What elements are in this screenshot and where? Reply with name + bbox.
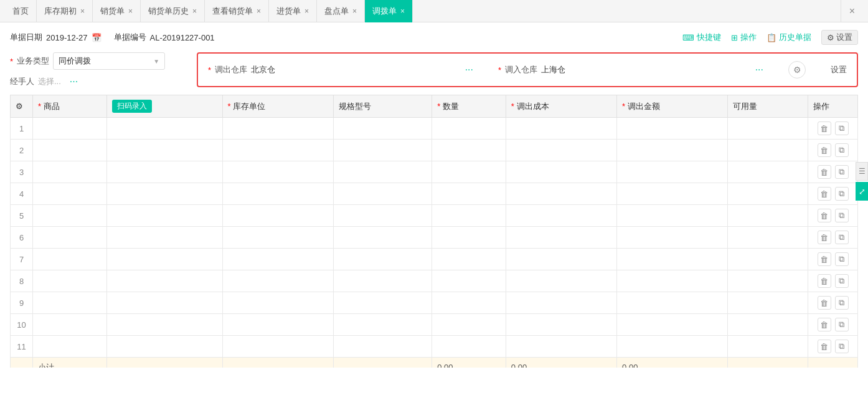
row-cell-3[interactable] — [333, 227, 432, 249]
row-cell-7[interactable] — [728, 205, 808, 227]
out-wh-more-btn[interactable]: ··· — [465, 65, 473, 75]
tab-transfer[interactable]: 调拨单 × — [365, 0, 413, 22]
row-cell-6[interactable] — [617, 140, 728, 161]
row-cell-2[interactable] — [222, 205, 333, 227]
row-cell-3[interactable] — [333, 292, 432, 314]
copy-icon[interactable]: ⧉ — [835, 296, 849, 310]
date-value[interactable]: 2019-12-27 — [46, 33, 88, 42]
delete-icon[interactable]: 🗑 — [818, 296, 831, 310]
delete-icon[interactable]: 🗑 — [818, 143, 831, 157]
tab-inventory-check[interactable]: 盘点单 × — [317, 0, 365, 22]
row-cell-6[interactable] — [617, 314, 728, 336]
row-cell-2[interactable] — [222, 227, 333, 249]
in-wh-value[interactable]: 上海仓 — [541, 64, 752, 75]
row-cell-7[interactable] — [728, 161, 808, 183]
copy-icon[interactable]: ⧉ — [835, 252, 849, 266]
history-btn[interactable]: 📋 历史单据 — [767, 32, 811, 43]
copy-icon[interactable]: ⧉ — [835, 143, 849, 157]
row-cell-2[interactable] — [222, 249, 333, 270]
row-cell-5[interactable] — [506, 336, 616, 358]
row-cell-7[interactable] — [728, 336, 808, 358]
row-cell-0[interactable] — [33, 314, 107, 336]
row-cell-3[interactable] — [333, 183, 432, 205]
delete-icon[interactable]: 🗑 — [818, 340, 831, 353]
copy-icon[interactable]: ⧉ — [835, 165, 849, 179]
row-cell-0[interactable] — [33, 205, 107, 227]
row-cell-3[interactable] — [333, 270, 432, 292]
tab-view-sales[interactable]: 查看销货单 × — [205, 0, 269, 22]
row-cell-7[interactable] — [728, 292, 808, 314]
row-cell-5[interactable] — [506, 183, 616, 205]
row-cell-4[interactable] — [432, 140, 506, 161]
row-cell-4[interactable] — [432, 118, 506, 140]
row-cell-4[interactable] — [432, 161, 506, 183]
row-cell-1[interactable] — [106, 183, 222, 205]
row-cell-4[interactable] — [432, 205, 506, 227]
operations-btn[interactable]: ⊞ 操作 — [731, 32, 757, 43]
row-cell-1[interactable] — [106, 292, 222, 314]
row-cell-7[interactable] — [728, 140, 808, 161]
row-cell-6[interactable] — [617, 292, 728, 314]
tab-sales-history-close[interactable]: × — [192, 7, 197, 16]
row-cell-2[interactable] — [222, 270, 333, 292]
row-cell-6[interactable] — [617, 161, 728, 183]
side-doc-icon[interactable]: ☰ — [856, 162, 868, 181]
tab-transfer-close[interactable]: × — [400, 7, 405, 16]
delete-icon[interactable]: 🗑 — [818, 318, 831, 331]
row-cell-1[interactable] — [106, 118, 222, 140]
row-cell-1[interactable] — [106, 270, 222, 292]
tab-inventory-init[interactable]: 库存期初 × — [37, 0, 93, 22]
row-cell-4[interactable] — [432, 292, 506, 314]
row-cell-7[interactable] — [728, 314, 808, 336]
row-cell-6[interactable] — [617, 183, 728, 205]
row-cell-0[interactable] — [33, 336, 107, 358]
row-cell-0[interactable] — [33, 140, 107, 161]
row-cell-7[interactable] — [728, 270, 808, 292]
delete-icon[interactable]: 🗑 — [818, 274, 831, 288]
row-cell-6[interactable] — [617, 227, 728, 249]
copy-icon[interactable]: ⧉ — [835, 121, 849, 135]
copy-icon[interactable]: ⧉ — [835, 318, 849, 331]
row-cell-5[interactable] — [506, 118, 616, 140]
row-cell-4[interactable] — [432, 270, 506, 292]
row-cell-5[interactable] — [506, 227, 616, 249]
row-cell-1[interactable] — [106, 336, 222, 358]
copy-icon[interactable]: ⧉ — [835, 231, 849, 244]
settings-button[interactable]: ⚙ 设置 — [821, 30, 858, 45]
row-cell-4[interactable] — [432, 183, 506, 205]
row-cell-0[interactable] — [33, 270, 107, 292]
row-cell-2[interactable] — [222, 183, 333, 205]
row-cell-2[interactable] — [222, 336, 333, 358]
row-cell-6[interactable] — [617, 118, 728, 140]
row-cell-6[interactable] — [617, 249, 728, 270]
row-cell-5[interactable] — [506, 270, 616, 292]
warehouse-settings-btn[interactable]: ⚙ — [788, 61, 806, 79]
tab-inventory-init-close[interactable]: × — [80, 7, 85, 16]
row-cell-3[interactable] — [333, 249, 432, 270]
in-wh-more-btn[interactable]: ··· — [755, 65, 763, 75]
delete-icon[interactable]: 🗑 — [818, 231, 831, 244]
out-wh-value[interactable]: 北京仓 — [251, 64, 461, 75]
row-cell-4[interactable] — [432, 314, 506, 336]
tab-purchase[interactable]: 进货单 × — [269, 0, 317, 22]
row-cell-1[interactable] — [106, 140, 222, 161]
delete-icon[interactable]: 🗑 — [818, 187, 831, 201]
window-close-button[interactable]: × — [841, 0, 863, 22]
row-cell-2[interactable] — [222, 292, 333, 314]
row-cell-1[interactable] — [106, 249, 222, 270]
row-cell-5[interactable] — [506, 161, 616, 183]
row-cell-6[interactable] — [617, 336, 728, 358]
copy-icon[interactable]: ⧉ — [835, 209, 849, 222]
row-cell-2[interactable] — [222, 314, 333, 336]
row-cell-5[interactable] — [506, 249, 616, 270]
row-cell-4[interactable] — [432, 227, 506, 249]
row-cell-2[interactable] — [222, 118, 333, 140]
row-cell-3[interactable] — [333, 118, 432, 140]
row-cell-4[interactable] — [432, 336, 506, 358]
tab-view-sales-close[interactable]: × — [257, 7, 261, 16]
row-cell-1[interactable] — [106, 227, 222, 249]
copy-icon[interactable]: ⧉ — [835, 340, 849, 353]
row-cell-2[interactable] — [222, 140, 333, 161]
delete-icon[interactable]: 🗑 — [818, 121, 831, 135]
tab-inventory-check-close[interactable]: × — [352, 7, 357, 16]
